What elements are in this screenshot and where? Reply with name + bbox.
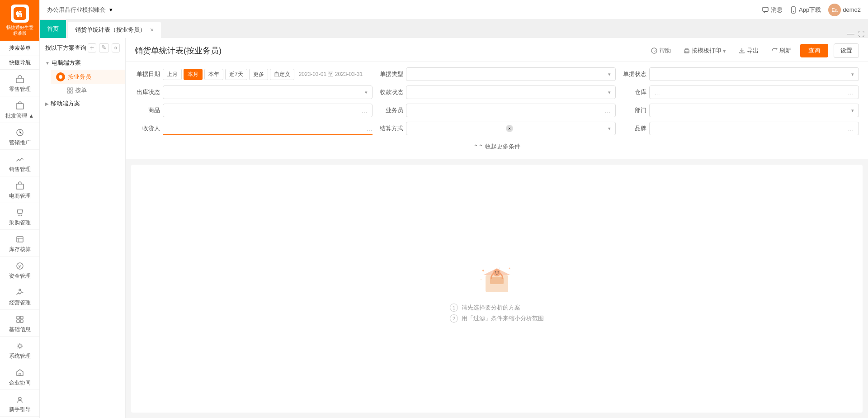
page-title: 销货单统计表(按业务员)	[135, 45, 222, 56]
message-label: 消息	[771, 6, 783, 14]
brand-select[interactable]: …	[649, 122, 859, 135]
step-1-text: 请先选择要分析的方案	[462, 304, 520, 312]
svg-point-46	[498, 271, 499, 273]
date-btn-this-year[interactable]: 本年	[204, 69, 223, 80]
date-btn-custom[interactable]: 自定义	[270, 69, 294, 80]
filter-receiver: 收货人 …	[135, 122, 373, 135]
svg-rect-38	[685, 51, 688, 52]
date-btn-this-month[interactable]: 本月	[184, 69, 203, 80]
date-btn-last-month[interactable]: 上月	[163, 69, 182, 80]
sidebar-item-enterprise[interactable]: 企业协同	[0, 363, 39, 390]
filter-doc-type: 单据类型 ▾	[378, 67, 616, 81]
tree-item-by-order[interactable]: 按单	[51, 84, 125, 97]
query-button[interactable]: 查询	[800, 44, 828, 57]
svg-rect-32	[71, 88, 73, 90]
filter-salesman: 业务员 …	[378, 104, 616, 117]
topbar-title: 办公用品行业模拟账套	[47, 6, 106, 14]
purchase-icon	[15, 208, 25, 218]
salesman-more-icon: …	[604, 107, 611, 114]
add-scheme-button[interactable]: +	[88, 43, 96, 52]
page-header: 销货单统计表(按业务员) ? 帮助 按模板打印 ▾ 导出	[126, 38, 868, 62]
collapse-row: ⌃⌃ 收起更多条件	[135, 140, 859, 153]
message-button[interactable]: 消息	[762, 6, 783, 14]
empty-state: 1 请先选择要分析的方案 2 用「过滤」条件来缩小分析范围	[450, 255, 544, 323]
sidebar-item-ecommerce[interactable]: 电商管理	[0, 176, 39, 203]
step-1-num: 1	[450, 304, 458, 312]
dept-select[interactable]: ▾	[649, 104, 859, 117]
settlement-select[interactable]: × ▾	[406, 122, 616, 135]
sidebar-item-sales-label: 销售管理	[9, 166, 31, 173]
left-panel: 按以下方案查询 + ✎ « ▼ 电脑端方案 按业务员	[40, 38, 126, 418]
edit-scheme-button[interactable]: ✎	[99, 43, 109, 52]
tab-maximize-button[interactable]: ⛶	[858, 30, 864, 38]
sidebar-item-system[interactable]: 系统管理	[0, 337, 39, 363]
date-btn-more[interactable]: 更多	[249, 69, 268, 80]
receiver-more-icon: …	[366, 125, 373, 132]
date-btn-last7[interactable]: 近7天	[225, 69, 247, 80]
sidebar-quick-nav-label[interactable]: 快捷导航	[9, 59, 31, 66]
warehouse-select[interactable]: … …	[649, 86, 859, 99]
tab-minimize-button[interactable]: —	[847, 30, 854, 38]
sidebar-item-finance[interactable]: ¥ 资金管理	[0, 256, 39, 283]
tab-home[interactable]: 首页	[40, 20, 66, 38]
tab-close-button[interactable]: ×	[150, 26, 154, 33]
goods-select[interactable]: …	[163, 104, 373, 117]
filter-goods: 商品 …	[135, 104, 373, 117]
tree-item-by-order-label: 按单	[75, 86, 87, 95]
user-avatar[interactable]: Ea demo2	[828, 4, 861, 16]
doc-status-select[interactable]: ▾	[649, 67, 859, 81]
payment-status-select[interactable]: ▾	[406, 86, 616, 99]
sidebar-search-label[interactable]: 搜索菜单	[9, 44, 31, 52]
export-icon	[739, 48, 745, 54]
refresh-button[interactable]: 刷新	[768, 45, 795, 57]
topbar-dropdown[interactable]: ▾	[109, 6, 113, 13]
tree-item-by-salesman[interactable]: 按业务员	[51, 70, 125, 84]
tree-desktop-toggle[interactable]: ▼ 电脑端方案	[40, 56, 125, 70]
receiver-input[interactable]	[163, 123, 366, 133]
help-button[interactable]: ? 帮助	[647, 45, 675, 57]
collapse-panel-button[interactable]: «	[112, 43, 120, 52]
sidebar-item-system-label: 系统管理	[9, 352, 31, 360]
filter-row-1: 单据日期 上月 本月 本年 近7天 更多 自定义 2023-03-01 至 20…	[135, 67, 859, 81]
sidebar-item-marketing[interactable]: 营销推广	[0, 123, 39, 150]
sidebar-item-operations[interactable]: 经营管理	[0, 283, 39, 310]
out-status-select[interactable]: ▾	[163, 86, 373, 99]
sidebar-quick-nav[interactable]: 快捷导航	[0, 56, 39, 70]
sidebar-item-wholesale[interactable]: 批发管理 ▲	[0, 96, 39, 123]
sidebar-item-basic[interactable]: 基础信息	[0, 310, 39, 337]
retail-icon	[15, 74, 25, 84]
svg-point-41	[482, 270, 484, 271]
out-status-arrow-icon: ▾	[365, 90, 368, 95]
salesman-select[interactable]: …	[406, 104, 616, 117]
doc-type-arrow-icon: ▾	[608, 71, 611, 77]
print-button[interactable]: 按模板打印 ▾	[680, 45, 730, 57]
svg-rect-40	[490, 277, 504, 284]
sidebar-item-newbie[interactable]: 新手引导	[0, 390, 39, 417]
app-download-button[interactable]: App下载	[790, 6, 821, 14]
sidebar-item-retail[interactable]: 零售管理	[0, 70, 39, 96]
sidebar-search-section[interactable]: 搜索菜单	[0, 41, 39, 56]
export-button[interactable]: 导出	[735, 45, 762, 57]
svg-rect-5	[16, 184, 24, 189]
tab-sales-stat[interactable]: 销货单统计表（按业务员） ×	[68, 22, 161, 38]
svg-text:¥: ¥	[18, 264, 21, 269]
topbar: 办公用品行业模拟账套 ▾ 消息 App下载 Ea demo2	[40, 0, 868, 20]
doc-type-select[interactable]: ▾	[406, 67, 616, 81]
sidebar-item-purchase[interactable]: 采购管理	[0, 203, 39, 230]
sidebar-item-sales[interactable]: 销售管理	[0, 150, 39, 176]
settlement-clear-button[interactable]: ×	[506, 125, 513, 132]
sidebar-item-enterprise-label: 企业协同	[9, 379, 31, 387]
tree-mobile-expand-icon: ▶	[45, 101, 49, 106]
sidebar-item-inventory[interactable]: 库存核算	[0, 230, 39, 256]
export-label: 导出	[747, 47, 759, 55]
svg-point-29	[793, 11, 794, 12]
step-2-text: 用「过滤」条件来缩小分析范围	[462, 314, 544, 323]
tree-desktop-children: 按业务员 按单	[40, 70, 125, 97]
settings-button[interactable]: 设置	[834, 43, 859, 58]
refresh-label: 刷新	[779, 47, 791, 55]
sidebar-item-purchase-label: 采购管理	[9, 219, 31, 227]
goods-label: 商品	[135, 106, 160, 114]
collapse-button[interactable]: ⌃⌃ 收起更多条件	[473, 140, 520, 153]
print-dropdown-icon[interactable]: ▾	[723, 48, 726, 54]
tree-mobile-toggle[interactable]: ▶ 移动端方案	[40, 97, 125, 110]
